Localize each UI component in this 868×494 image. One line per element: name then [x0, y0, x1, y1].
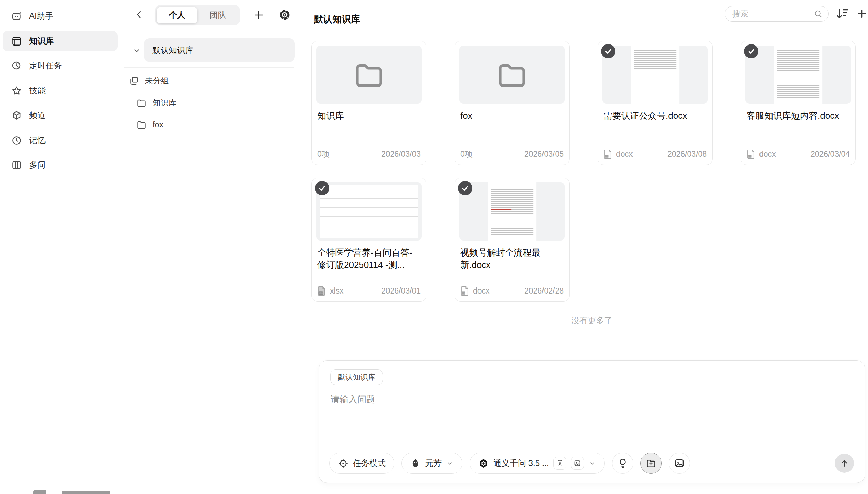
- sidebar-item-knowledge-base[interactable]: 知识库: [3, 31, 118, 51]
- check-icon: [747, 47, 756, 56]
- chat-toolbar: 任务模式 元芳 通义千问 3.5 ...: [329, 453, 854, 474]
- scope-tabs: 个人 团队: [155, 5, 240, 25]
- stack-icon: [129, 76, 139, 86]
- card-title: 视频号解封全流程最新.docx: [460, 247, 564, 271]
- lightbulb-icon: [617, 458, 628, 469]
- search-placeholder: 搜索: [732, 9, 810, 19]
- chevron-down-icon: [588, 459, 596, 467]
- sidebar-item-memory-clock[interactable]: 记忆: [3, 130, 118, 150]
- image-capability-badge: [571, 457, 584, 470]
- svg-text:w: w: [462, 291, 465, 295]
- sidebar-item-scheduled-task[interactable]: 定时任务: [3, 56, 118, 76]
- knowledge-base-icon: [11, 36, 22, 47]
- card-type-label: docx: [473, 286, 490, 296]
- card-date: 2026/03/05: [524, 150, 564, 159]
- file-card-3[interactable]: 客服知识库短内容.docx w docx 2026/03/04: [741, 41, 856, 165]
- multi-columns-icon: [11, 159, 22, 171]
- card-type-label: 0项: [460, 149, 473, 159]
- file-card-5[interactable]: 视频号解封全流程最新.docx w docx 2026/02/28: [455, 178, 570, 302]
- question-input[interactable]: 请输入问题: [331, 393, 375, 405]
- folder-card-0[interactable]: 知识库 0项 2026/03/03: [311, 41, 426, 165]
- sort-desc-icon[interactable]: [835, 6, 850, 21]
- tree-item-知识库[interactable]: 知识库: [136, 93, 176, 113]
- search-icon: [814, 9, 823, 18]
- tab-team[interactable]: 团队: [197, 7, 238, 23]
- page-title: 默认知识库: [314, 13, 360, 25]
- tree-root-default-kb[interactable]: 默认知识库: [144, 38, 295, 62]
- tree-root-label: 默认知识库: [152, 45, 193, 56]
- doc-icon: [556, 459, 564, 467]
- knowledge-panel: 个人 团队 默认知识库 未分组 知识库 fox: [121, 0, 300, 494]
- card-type-label: docx: [759, 150, 776, 159]
- docx-file-icon: w: [746, 149, 756, 159]
- sidebar-item-multi-columns[interactable]: 多问: [3, 155, 118, 175]
- target-icon: [338, 458, 348, 469]
- tree-item-fox[interactable]: fox: [136, 115, 163, 134]
- xlsx-file-icon: XLS: [317, 286, 327, 296]
- selected-check-badge[interactable]: [744, 44, 758, 58]
- arrow-up-icon: [840, 458, 849, 468]
- bottom-cutoff-icon: [33, 490, 46, 494]
- file-card-4[interactable]: 全特医学营养-百问百答-修订版20250114 -测... XLS xlsx 2…: [311, 178, 426, 302]
- channel-cube-icon: [11, 110, 22, 121]
- gear-icon[interactable]: [278, 9, 291, 21]
- image-icon: [674, 458, 685, 469]
- mascot-avatar-icon: [410, 458, 421, 469]
- divider: [124, 67, 294, 68]
- card-thumbnail: [745, 46, 851, 104]
- card-thumbnail: [316, 46, 422, 104]
- card-thumbnail: [602, 46, 708, 104]
- tab-personal[interactable]: 个人: [157, 7, 197, 23]
- memory-clock-icon: [11, 135, 22, 146]
- folder-card-1[interactable]: fox 0项 2026/03/05: [455, 41, 570, 165]
- ai-assistant-icon: [11, 11, 22, 22]
- card-date: 2026/03/08: [667, 150, 707, 159]
- send-button[interactable]: [835, 454, 854, 473]
- agent-select-button[interactable]: 元芳: [401, 453, 462, 474]
- kb-context-tag[interactable]: 默认知识库: [330, 369, 383, 385]
- spreadsheet-thumbnail: [320, 185, 418, 238]
- card-type-label: 0项: [317, 149, 330, 159]
- sidebar-item-ai-assistant[interactable]: AI助手: [3, 6, 118, 26]
- doc-capability-badge: [553, 457, 566, 470]
- card-title: 客服知识库短内容.docx: [746, 110, 850, 122]
- add-knowledge-button[interactable]: [253, 9, 265, 21]
- card-title: 知识库: [317, 110, 421, 122]
- image-icon: [574, 459, 581, 467]
- bottom-cutoff-label: [62, 491, 110, 494]
- card-thumbnail: [459, 182, 565, 240]
- selected-check-badge[interactable]: [601, 44, 615, 58]
- add-to-kb-button[interactable]: [640, 453, 662, 474]
- back-button[interactable]: [133, 9, 145, 21]
- card-thumbnail: [459, 46, 565, 104]
- svg-text:w: w: [605, 154, 608, 158]
- task-mode-button[interactable]: 任务模式: [329, 453, 394, 474]
- model-select-button[interactable]: 通义千问 3.5 ...: [470, 453, 605, 474]
- skill-star-icon: [11, 85, 22, 96]
- card-title: 全特医学营养-百问百答-修订版20250114 -测...: [317, 247, 421, 271]
- search-input[interactable]: 搜索: [725, 6, 829, 22]
- chevron-down-icon[interactable]: [132, 46, 141, 55]
- no-more-text: 没有更多了: [318, 315, 866, 326]
- folder-icon: [136, 98, 147, 108]
- selected-check-badge[interactable]: [458, 181, 472, 195]
- folder-plus-icon: [646, 458, 656, 469]
- card-date: 2026/02/28: [524, 286, 564, 296]
- document-thumbnail: [774, 46, 822, 104]
- add-file-button[interactable]: [856, 8, 868, 20]
- card-thumbnail: [316, 182, 422, 240]
- sidebar-item-channel-cube[interactable]: 频道: [3, 105, 118, 125]
- folder-icon: [353, 58, 385, 91]
- card-date: 2026/03/04: [810, 150, 850, 159]
- upload-image-button[interactable]: [669, 453, 690, 474]
- chat-composer: 默认知识库 请输入问题 任务模式 元芳 通义千问 3.5 ...: [319, 360, 865, 483]
- deep-think-button[interactable]: [612, 453, 633, 474]
- card-date: 2026/03/01: [381, 286, 421, 296]
- sidebar-item-skill-star[interactable]: 技能: [3, 81, 118, 101]
- tree-item-未分组[interactable]: 未分组: [129, 71, 169, 91]
- card-type-label: xlsx: [330, 286, 344, 296]
- selected-check-badge[interactable]: [315, 181, 329, 195]
- card-type-label: docx: [616, 150, 633, 159]
- file-card-2[interactable]: 需要认证公众号.docx w docx 2026/03/08: [598, 41, 713, 165]
- document-thumbnail: [488, 182, 536, 240]
